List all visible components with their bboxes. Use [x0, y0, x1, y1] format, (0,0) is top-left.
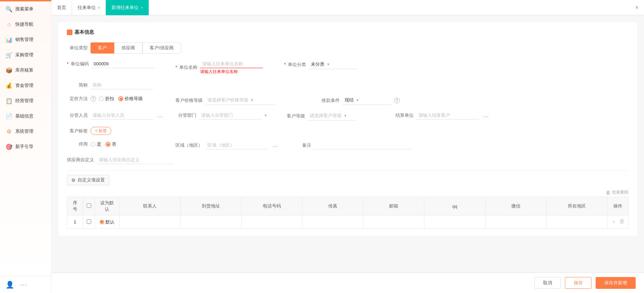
row-fax[interactable] [303, 215, 363, 229]
unit-code-input[interactable] [92, 60, 154, 68]
row-region-input[interactable] [550, 219, 604, 225]
add-tag-btn[interactable]: + 标签 [91, 127, 111, 135]
tab-new-counterparty-label: 新增往来单位 [111, 5, 139, 11]
row-fax-input[interactable] [306, 219, 360, 225]
customer-level-field: 客户等级 请选择客户等级 ▾ [284, 111, 382, 121]
disable-yes-item[interactable]: 是 [91, 141, 101, 147]
type-btn-both[interactable]: 客户/供应商 [142, 42, 181, 54]
supplier-custom-input[interactable] [97, 156, 173, 164]
tab-new-counterparty-close[interactable]: × [141, 6, 143, 10]
batch-delete-icon: 🗑 [606, 190, 611, 195]
sidebar-item-label: 销售管理 [15, 36, 33, 43]
row-phone-input[interactable] [245, 219, 299, 225]
sidebar-item-purchase[interactable]: 🛒 采购管理 [0, 47, 51, 63]
form-footer: 取消 保存 保存并新增 [52, 272, 644, 293]
sidebar: 🔍 搜索菜单 ⌂ 快捷导航 📊 销售管理 🛒 采购管理 📦 库存核算 💰 资金管… [0, 0, 52, 293]
row-email[interactable] [363, 215, 424, 229]
payment-help-icon[interactable]: ? [394, 98, 400, 103]
tabs-close-all[interactable]: × [630, 5, 644, 11]
sidebar-item-finance[interactable]: 💰 资金管理 [0, 78, 51, 93]
row-address[interactable] [180, 215, 241, 229]
radio-level-label: 价格等级 [125, 96, 143, 102]
short-name-field: 简称 [67, 81, 164, 89]
tab-counterparty-close[interactable]: × [98, 6, 100, 10]
row-qq-input[interactable] [428, 219, 481, 225]
row-delete-btn[interactable]: 🗑 [619, 218, 625, 226]
tab-counterparty[interactable]: 往来单位 × [72, 0, 106, 15]
sidebar-more-icon[interactable]: ⋯ [20, 280, 27, 289]
pricing-help-icon[interactable]: ? [91, 96, 96, 101]
manager-row: 分管人员 … 分管部门 ▾ 客户等级 请选择客户等级 ▾ [67, 111, 629, 121]
region-input[interactable] [205, 141, 268, 149]
customer-price-level-placeholder: 请选择客户价格等级 [207, 97, 248, 103]
sidebar-user-icon[interactable]: 👤 [6, 280, 14, 289]
department-input[interactable] [199, 111, 262, 120]
row-action: ＋ 🗑 [607, 215, 628, 229]
settlement-input[interactable] [416, 111, 479, 120]
region-label: 区域（地区） [175, 142, 203, 148]
pricing-method-field: 定价方法 ? 折扣 价格等级 [67, 96, 164, 102]
sidebar-item-quicknav[interactable]: ⌂ 快捷导航 [0, 17, 51, 32]
unit-category-select[interactable]: 未分类 ▾ [309, 60, 358, 69]
tab-new-counterparty[interactable]: 新增往来单位 × [106, 0, 149, 15]
row-phone[interactable] [241, 215, 302, 229]
disable-no-item[interactable]: 否 [105, 141, 116, 147]
type-btn-supplier[interactable]: 供应商 [114, 42, 142, 54]
pricing-radio-discount[interactable]: 折扣 [99, 96, 114, 102]
short-name-input[interactable] [91, 81, 153, 89]
basic-icon: 📄 [6, 113, 13, 120]
customer-level-arrow: ▾ [344, 113, 346, 118]
sidebar-item-basic[interactable]: 📄 基础信息 [0, 108, 51, 124]
save-new-button[interactable]: 保存并新增 [596, 277, 636, 289]
row-select-checkbox[interactable] [87, 219, 91, 224]
department-label: 分管部门 [175, 112, 196, 119]
sidebar-item-inventory[interactable]: 📦 库存核算 [0, 63, 51, 78]
row-wechat-input[interactable] [489, 219, 543, 225]
pricing-radio-level[interactable]: 价格等级 [118, 96, 143, 102]
section-title: 基本信息 [67, 29, 629, 35]
row-add-btn[interactable]: ＋ [611, 218, 616, 226]
manager-more-btn[interactable]: … [156, 112, 164, 119]
row-default-radio[interactable] [100, 220, 104, 224]
sidebar-item-operations[interactable]: 📋 经营管理 [0, 93, 51, 108]
unit-category-field: * 单位分类 未分类 ▾ [284, 60, 382, 69]
table-row: 1 默认 [67, 215, 629, 229]
row-contact-input[interactable] [123, 219, 177, 225]
tab-home[interactable]: 首页 [52, 0, 72, 15]
region-more-btn[interactable]: … [271, 142, 279, 148]
save-button[interactable]: 保存 [565, 277, 591, 289]
sidebar-item-search[interactable]: 🔍 搜索菜单 [0, 1, 51, 17]
row-region[interactable] [546, 215, 607, 229]
unit-name-input[interactable] [200, 60, 263, 68]
remark-input[interactable] [314, 141, 411, 149]
cancel-button[interactable]: 取消 [534, 277, 561, 289]
search-icon: 🔍 [6, 6, 13, 13]
batch-delete-label[interactable]: 批量删除 [612, 189, 629, 195]
contacts-table: 序号 设为默认 联系人 到货地址 电话号码 传真 邮箱 qq 微信 所在地区 操… [67, 197, 629, 229]
col-address: 到货地址 [180, 197, 241, 215]
row-qq[interactable] [424, 215, 485, 229]
sidebar-item-guide[interactable]: 🎯 新手引导 [0, 139, 51, 154]
settlement-label: 结算单位 [393, 112, 414, 119]
col-wechat: 微信 [485, 197, 546, 215]
type-buttons: 客户 供应商 客户/供应商 [91, 42, 181, 54]
manager-field: 分管人员 … [67, 111, 164, 120]
sidebar-item-label: 库存核算 [15, 67, 33, 73]
sidebar-item-system[interactable]: ⚙ 系统管理 [0, 124, 51, 139]
select-all-checkbox[interactable] [87, 203, 91, 208]
row-email-input[interactable] [367, 219, 421, 225]
customer-price-level-select[interactable]: 请选择客户价格等级 ▾ [205, 96, 275, 105]
unit-type-row: 单位类型 客户 供应商 客户/供应商 [67, 42, 629, 54]
tab-home-label: 首页 [57, 5, 66, 11]
customer-level-select[interactable]: 请选择客户等级 ▾ [308, 111, 356, 121]
type-btn-customer[interactable]: 客户 [91, 42, 114, 54]
row-address-input[interactable] [184, 219, 238, 225]
divider [67, 170, 629, 171]
row-contact[interactable] [119, 215, 180, 229]
payment-terms-select[interactable]: 现结 ▾ [343, 96, 391, 105]
row-wechat[interactable] [485, 215, 546, 229]
sidebar-item-sales[interactable]: 📊 销售管理 [0, 32, 51, 47]
custom-settings-btn[interactable]: ⚙ 自定义项设置 [67, 175, 109, 185]
manager-input[interactable] [91, 111, 153, 120]
settlement-more-btn[interactable]: … [482, 112, 490, 119]
